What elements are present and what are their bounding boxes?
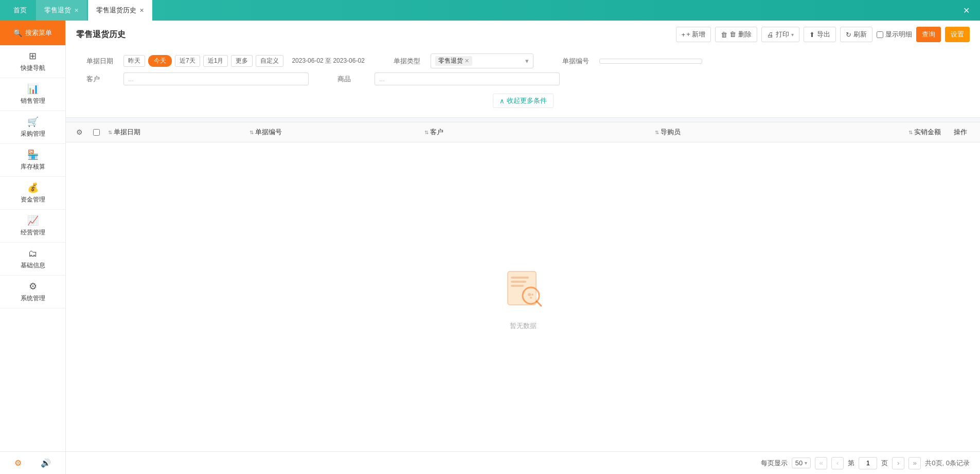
show-detail-input[interactable] [877,31,883,38]
svg-point-7 [528,293,531,296]
query-button[interactable]: 查询 [916,27,941,42]
new-icon: + [682,31,686,39]
type-tag-close-icon[interactable]: ✕ [465,58,469,64]
print-button[interactable]: 🖨 打印 ▾ [761,27,799,42]
purchase-mgmt-label: 采购管理 [21,130,45,138]
page-title: 零售退货历史 [76,29,126,40]
sidebar-item-system-mgmt[interactable]: ⚙ 系统管理 [0,276,65,308]
sidebar-item-finance[interactable]: 💰 资金管理 [0,177,65,210]
export-button[interactable]: ⬆ 导出 [804,27,836,42]
date-btn-today[interactable]: 今天 [148,55,172,67]
title-row: 零售退货历史 + + 新增 🗑 🗑 删除 🖨 打印 ▾ [76,27,970,42]
prev-page-button[interactable]: ‹ [831,457,844,469]
inventory-label: 库存核算 [21,162,45,171]
retail-return-close-icon[interactable]: ✕ [74,7,79,14]
collapse-label: 收起更多条件 [507,96,547,105]
customer-placeholder: ... [128,75,134,83]
table-body: 暂无数据 [66,142,980,451]
sidebar-top: 🔍 搜索菜单 ⊞ 快捷导航 📊 销售管理 🛒 采购管理 🏪 库存核算 💰 [0,21,65,451]
page-size-select[interactable]: 50 ▾ [792,458,811,468]
sort-num-icon[interactable]: ⇅ [250,130,254,135]
sidebar-item-inventory[interactable]: 🏪 库存核算 [0,144,65,177]
quick-nav-icon: ⊞ [29,50,37,62]
page-label-prefix: 第 [848,459,854,468]
date-btn-7days[interactable]: 近7天 [175,55,200,67]
last-page-button[interactable]: » [908,457,921,469]
table-gear-icon[interactable]: ⚙ [76,128,83,136]
table-checkbox-col [88,129,104,136]
refresh-label: 刷新 [853,30,867,39]
page-label-suffix: 页 [881,459,888,468]
prev-page-icon: ‹ [836,459,839,467]
volume-icon[interactable]: 🔊 [41,458,51,468]
finance-label: 资金管理 [21,195,45,204]
tab-retail-return[interactable]: 零售退货 ✕ [36,0,87,21]
sort-date-icon[interactable]: ⇅ [108,130,112,135]
inventory-icon: 🏪 [27,149,39,160]
sidebar: 🔍 搜索菜单 ⊞ 快捷导航 📊 销售管理 🛒 采购管理 🏪 库存核算 💰 [0,21,66,474]
table-amount-col: ⇅ 实销金额 [826,127,945,137]
print-icon: 🖨 [767,31,774,39]
settings-icon[interactable]: ⚙ [14,458,22,468]
finance-icon: 💰 [27,182,39,193]
goods-filter-input[interactable]: ... [375,72,560,85]
type-tag-label: 零售退货 [438,57,463,65]
show-detail-checkbox[interactable]: 显示明细 [877,30,912,39]
settings-label: 设置 [951,30,964,39]
type-select-chevron-icon: ▾ [525,57,529,65]
sidebar-item-purchase-mgmt[interactable]: 🛒 采购管理 [0,111,65,144]
date-col-label: 单据日期 [114,127,140,137]
content-area: 零售退货历史 + + 新增 🗑 🗑 删除 🖨 打印 ▾ [66,21,980,474]
sidebar-item-sales-mgmt[interactable]: 📊 销售管理 [0,78,65,111]
date-btn-yesterday[interactable]: 昨天 [123,55,145,67]
table-container: ⚙ ⇅ 单据日期 ⇅ 单据编号 ⇅ 客户 ⇅ [66,122,980,474]
print-label: 打印 [776,30,789,39]
sidebar-item-quick-nav[interactable]: ⊞ 快捷导航 [0,45,65,78]
date-btn-custom[interactable]: 自定义 [256,55,283,67]
table-num-col: ⇅ 单据编号 [245,127,420,137]
svg-point-8 [531,294,533,296]
next-page-button[interactable]: › [892,457,904,469]
table-header: ⚙ ⇅ 单据日期 ⇅ 单据编号 ⇅ 客户 ⇅ [66,122,980,142]
svg-rect-1 [511,277,529,279]
window-close-icon[interactable]: ✕ [958,6,975,15]
sales-mgmt-icon: 📊 [27,83,39,95]
sort-guide-icon[interactable]: ⇅ [655,130,659,135]
svg-rect-3 [511,285,524,287]
date-filter-buttons: 昨天 今天 近7天 近1月 更多 自定义 [123,55,283,67]
date-filter-label: 单据日期 [86,57,115,66]
guide-col-label: 导购员 [661,127,681,137]
table-settings-col: ⚙ [70,128,88,136]
customer-filter-input[interactable]: ... [123,72,309,85]
type-filter-select[interactable]: 零售退货 ✕ ▾ [431,53,533,68]
num-col-label: 单据编号 [255,127,282,137]
first-page-icon: « [819,459,823,467]
export-label: 导出 [817,30,830,39]
new-button[interactable]: + + 新增 [676,27,711,42]
select-all-checkbox[interactable] [93,129,100,136]
operations-icon: 📈 [27,215,39,226]
sidebar-item-basic-info[interactable]: 🗂 基础信息 [0,243,65,276]
page-size-value: 50 [795,459,803,467]
settings-button[interactable]: 设置 [945,27,970,42]
collapse-icon: ∧ [500,97,505,105]
delete-label: 🗑 删除 [729,30,752,39]
page-number-input[interactable] [859,457,877,469]
number-filter-input[interactable] [599,59,702,64]
tab-home[interactable]: 首页 [5,0,35,21]
date-btn-1month[interactable]: 近1月 [203,55,228,67]
sidebar-item-operations[interactable]: 📈 经营管理 [0,210,65,243]
sort-amount-icon[interactable]: ⇅ [908,130,913,135]
refresh-button[interactable]: ↻ 刷新 [840,27,872,42]
delete-button[interactable]: 🗑 🗑 删除 [715,27,757,42]
sort-customer-icon[interactable]: ⇅ [424,130,429,135]
retail-return-history-tab-label: 零售退货历史 [96,6,136,15]
sidebar-search[interactable]: 🔍 搜索菜单 [0,21,65,45]
empty-text: 暂无数据 [510,321,537,331]
date-btn-more[interactable]: 更多 [231,55,253,67]
collapse-button[interactable]: ∧ 收起更多条件 [493,94,554,108]
type-filter-label: 单据类型 [394,57,422,66]
retail-return-history-close-icon[interactable]: ✕ [139,7,144,14]
first-page-button[interactable]: « [815,457,827,469]
tab-retail-return-history[interactable]: 零售退货历史 ✕ [88,0,152,21]
